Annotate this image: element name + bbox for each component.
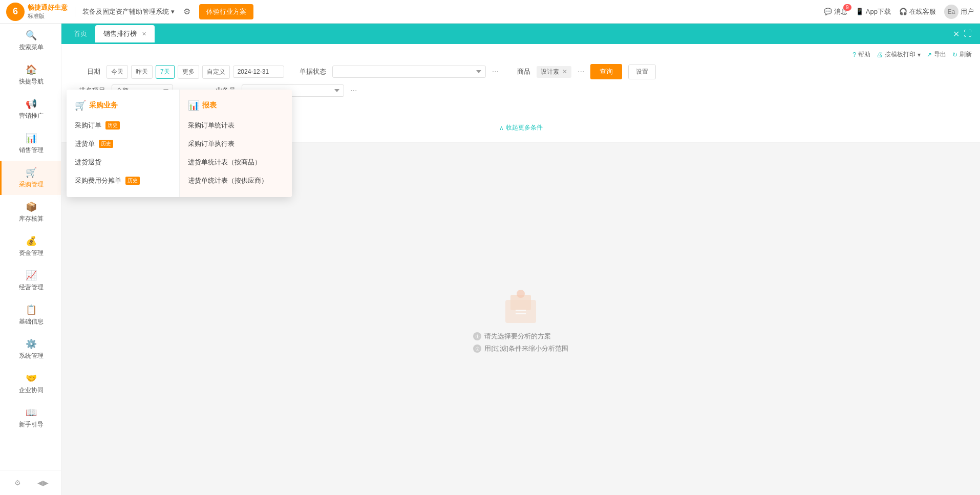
dropdown-item-inbound-return[interactable]: 进货退货 bbox=[67, 153, 179, 171]
report-col-header-label: 报表 bbox=[202, 101, 217, 110]
tab-close-all-icon[interactable]: ✕ bbox=[953, 29, 960, 39]
purchase-col-header: 🛒 采购业务 bbox=[67, 97, 179, 116]
dropdown-item-po-exec[interactable]: 采购订单执行表 bbox=[180, 135, 292, 153]
tip-text-2: 用[过滤]条件来缩小分析范围 bbox=[484, 344, 568, 353]
tab-sales-ranking[interactable]: 销售排行榜 ✕ bbox=[95, 25, 155, 42]
dropdown-item-inbound[interactable]: 进货单 历史 bbox=[67, 135, 179, 153]
dropdown-item-inbound-stats-goods[interactable]: 进货单统计表（按商品） bbox=[180, 153, 292, 171]
headset-icon: 🎧 bbox=[899, 8, 907, 15]
sidebar-item-enterprise[interactable]: 🤝 企业协同 bbox=[0, 367, 61, 401]
tab-bar: 首页 销售排行榜 ✕ ✕ ⛶ bbox=[61, 24, 980, 44]
refresh-label: 刷新 bbox=[960, 50, 972, 59]
chart-icon: 📊 bbox=[26, 133, 37, 144]
sidebar-item-inventory[interactable]: 📦 库存核算 bbox=[0, 195, 61, 229]
po-stats-label: 采购订单统计表 bbox=[188, 121, 235, 130]
purchase-dropdown-menu: 🛒 采购业务 采购订单 历史 进货单 历史 进货退货 采购费用分摊单 历史 📊 … bbox=[67, 90, 292, 197]
goods-tag-close[interactable]: ✕ bbox=[562, 68, 567, 75]
app-download-label: App下载 bbox=[866, 7, 891, 16]
empty-tip-1: ① 请先选择要分析的方案 bbox=[473, 332, 568, 341]
sidebar-item-marketing[interactable]: 📢 营销推广 bbox=[0, 92, 61, 126]
doc-status-dots[interactable]: ··· bbox=[492, 67, 499, 76]
query-btn[interactable]: 查询 bbox=[590, 64, 622, 79]
purchase-col-header-label: 采购业务 bbox=[89, 101, 118, 110]
goods-tag: 设计素 ✕ bbox=[537, 66, 571, 78]
date-btn-today[interactable]: 今天 bbox=[106, 65, 128, 79]
date-btn-more[interactable]: 更多 bbox=[178, 65, 199, 79]
message-icon: 💬 bbox=[824, 8, 832, 15]
dropdown-arrow-icon: ▾ bbox=[171, 8, 175, 15]
tab-expand-icon[interactable]: ⛶ bbox=[964, 29, 972, 38]
phone-icon: 📱 bbox=[856, 8, 864, 15]
help-icon: ? bbox=[853, 51, 856, 58]
salesperson-dots[interactable]: ··· bbox=[350, 86, 357, 95]
sidebar-item-search-label: 搜索菜单 bbox=[19, 43, 44, 52]
sidebar-settings-btn[interactable]: ⚙ bbox=[11, 476, 25, 490]
settings-btn[interactable]: 设置 bbox=[628, 64, 656, 79]
print-btn[interactable]: 🖨 按模板打印 ▾ bbox=[877, 50, 921, 59]
user-label: 用户 bbox=[961, 7, 974, 16]
messages-btn[interactable]: 💬 消息 9 bbox=[824, 7, 847, 16]
tip-num-2: ② bbox=[473, 345, 481, 353]
app-download-btn[interactable]: 📱 App下载 bbox=[856, 7, 891, 16]
dropdown-item-inbound-stats-supplier[interactable]: 进货单统计表（按供应商） bbox=[180, 171, 292, 190]
sidebar-collapse-btn[interactable]: ◀▶ bbox=[36, 476, 50, 490]
logo-text: 畅捷通好生意 标准版 bbox=[28, 4, 68, 19]
user-btn[interactable]: Ea 用户 bbox=[944, 5, 974, 19]
box-icon: 📦 bbox=[26, 201, 37, 212]
empty-tips: ① 请先选择要分析的方案 ② 用[过滤]条件来缩小分析范围 bbox=[473, 332, 568, 353]
report-col: 📊 报表 采购订单统计表 采购订单执行表 进货单统计表（按商品） 进货单统计表（… bbox=[180, 90, 292, 197]
handshake-icon: 🤝 bbox=[26, 373, 37, 384]
purchase-expense-label: 采购费用分摊单 bbox=[75, 176, 121, 185]
empty-tip-2: ② 用[过滤]条件来缩小分析范围 bbox=[473, 344, 568, 353]
sidebar-item-nav[interactable]: 🏠 快捷导航 bbox=[0, 58, 61, 92]
filter-row-1: 日期 今天 昨天 7天 更多 自定义 单据状态 ··· 商品 bbox=[70, 64, 972, 79]
goods-label: 商品 bbox=[505, 67, 530, 76]
purchase-header-icon: 🛒 bbox=[75, 100, 86, 111]
date-btn-yesterday[interactable]: 昨天 bbox=[131, 65, 153, 79]
tab-close-icon[interactable]: ✕ bbox=[142, 31, 146, 37]
system-title-dropdown[interactable]: 装备及固定资产辅助管理系统 ▾ bbox=[82, 7, 175, 16]
date-btn-7days[interactable]: 7天 bbox=[156, 65, 175, 79]
date-btn-custom[interactable]: 自定义 bbox=[202, 65, 230, 79]
dropdown-item-purchase-expense[interactable]: 采购费用分摊单 历史 bbox=[67, 171, 179, 190]
sidebar-item-search[interactable]: 🔍 搜索菜单 bbox=[0, 24, 61, 58]
doc-status-select[interactable] bbox=[332, 66, 486, 78]
history-badge-1: 历史 bbox=[105, 121, 120, 130]
export-btn[interactable]: ↗ 导出 bbox=[927, 50, 946, 59]
dropdown-item-purchase-order[interactable]: 采购订单 历史 bbox=[67, 116, 179, 135]
avatar: Ea bbox=[944, 5, 958, 19]
sidebar-item-inventory-label: 库存核算 bbox=[19, 214, 44, 223]
logo-icon: 6 bbox=[6, 3, 25, 21]
inbound-return-label: 进货退货 bbox=[75, 158, 101, 167]
sidebar-item-guide[interactable]: 📖 新手引导 bbox=[0, 401, 61, 435]
sidebar-item-basic[interactable]: 📋 基础信息 bbox=[0, 298, 61, 332]
print-icon: 🖨 bbox=[877, 51, 883, 58]
print-dropdown-icon: ▾ bbox=[918, 51, 921, 58]
dropdown-item-po-stats[interactable]: 采购订单统计表 bbox=[180, 116, 292, 135]
industry-btn[interactable]: 体验行业方案 bbox=[199, 4, 253, 19]
settings-icon-btn[interactable]: ⚙ bbox=[180, 5, 194, 19]
tab-home[interactable]: 首页 bbox=[66, 25, 95, 42]
book-icon: 📖 bbox=[26, 407, 37, 418]
tab-bar-right: ✕ ⛶ bbox=[953, 29, 976, 39]
inbound-stats-goods-label: 进货单统计表（按商品） bbox=[188, 158, 261, 167]
online-service-btn[interactable]: 🎧 在线客服 bbox=[899, 7, 936, 16]
refresh-btn[interactable]: ↻ 刷新 bbox=[952, 50, 972, 59]
sidebar-item-finance[interactable]: 💰 资金管理 bbox=[0, 229, 61, 264]
sidebar-item-operations[interactable]: 📈 经营管理 bbox=[0, 264, 61, 298]
goods-dots[interactable]: ··· bbox=[578, 67, 584, 76]
sidebar-item-system[interactable]: ⚙️ 系统管理 bbox=[0, 332, 61, 367]
sidebar-item-sales[interactable]: 📊 销售管理 bbox=[0, 126, 61, 161]
topbar-right: 💬 消息 9 📱 App下载 🎧 在线客服 Ea 用户 bbox=[824, 5, 974, 19]
date-end-input[interactable] bbox=[233, 66, 284, 78]
print-label: 按模板打印 bbox=[885, 50, 915, 59]
help-btn[interactable]: ? 帮助 bbox=[853, 50, 870, 59]
report-header-icon: 📊 bbox=[188, 100, 199, 111]
inbound-label: 进货单 bbox=[75, 139, 95, 148]
sidebar-item-nav-label: 快捷导航 bbox=[19, 77, 44, 86]
tab-home-label: 首页 bbox=[74, 30, 87, 37]
sidebar-item-purchase[interactable]: 🛒 采购管理 bbox=[0, 161, 61, 195]
search-icon: 🔍 bbox=[26, 30, 37, 41]
po-exec-label: 采购订单执行表 bbox=[188, 139, 235, 148]
refresh-icon: ↻ bbox=[952, 51, 957, 58]
